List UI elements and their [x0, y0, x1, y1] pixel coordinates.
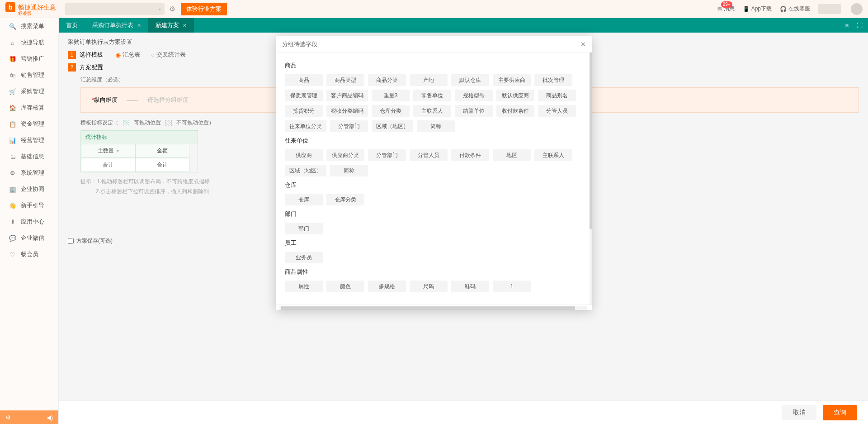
chip-0-1[interactable]: 商品类型 [326, 74, 364, 86]
chip-0-4[interactable]: 默认仓库 [451, 74, 489, 86]
chip-1-3[interactable]: 分管人员 [410, 149, 448, 161]
chip-0-10[interactable]: 零售单位 [413, 90, 451, 101]
chip-0-24[interactable]: 简称 [417, 120, 455, 132]
chip-group-3: 部门 [285, 223, 583, 234]
chip-0-2[interactable]: 商品分类 [368, 74, 406, 86]
chip-group-2: 仓库仓库分类 [285, 194, 583, 205]
chip-0-12[interactable]: 默认供应商 [496, 90, 534, 101]
chip-0-20[interactable]: 分管人员 [538, 105, 576, 117]
chip-1-4[interactable]: 付款条件 [451, 149, 489, 161]
chip-1-7[interactable]: 区域（地区） [285, 165, 326, 176]
chip-group-1: 供应商供应商分类分管部门分管人员付款条件地区主联系人区域（地区）简称 [285, 149, 583, 176]
chip-0-21[interactable]: 往来单位分类 [285, 120, 326, 132]
chip-0-13[interactable]: 商品别名 [538, 90, 576, 101]
chip-5-2[interactable]: 多规格 [368, 281, 406, 292]
chip-0-9[interactable]: 重量3 [372, 90, 410, 101]
modal-footer [276, 305, 592, 310]
group-title-3: 部门 [285, 210, 583, 218]
chip-0-7[interactable]: 保质期管理 [285, 90, 323, 101]
chip-1-5[interactable]: 地区 [493, 149, 531, 161]
modal-title: 分组待选字段 [282, 40, 317, 48]
chip-1-1[interactable]: 供应商分类 [326, 149, 364, 161]
chip-0-16[interactable]: 仓库分类 [372, 105, 410, 117]
chip-group-5: 属性颜色多规格尺码鞋码1 [285, 281, 583, 292]
group-title-2: 仓库 [285, 181, 583, 189]
chip-0-19[interactable]: 收付款条件 [496, 105, 534, 117]
chip-0-17[interactable]: 主联系人 [413, 105, 451, 117]
modal-header: 分组待选字段 ✕ [276, 36, 592, 52]
chip-1-2[interactable]: 分管部门 [368, 149, 406, 161]
chip-0-14[interactable]: 拣货积分 [285, 105, 323, 117]
chip-0-15[interactable]: 税收分类编码 [326, 105, 368, 117]
horizontal-scrollbar-thumb[interactable] [281, 306, 575, 310]
chip-5-4[interactable]: 鞋码 [451, 281, 489, 292]
chip-0-0[interactable]: 商品 [285, 74, 323, 86]
modal-body: 商品商品商品类型商品分类产地默认仓库主要供应商批次管理保质期管理客户商品编码重量… [276, 52, 592, 305]
chip-0-5[interactable]: 主要供应商 [493, 74, 531, 86]
chip-5-3[interactable]: 尺码 [410, 281, 448, 292]
group-title-5: 商品属性 [285, 268, 583, 276]
chip-group-4: 业务员 [285, 252, 583, 263]
chip-2-0[interactable]: 仓库 [285, 194, 323, 205]
chip-0-11[interactable]: 规格型号 [455, 90, 493, 101]
group-title-1: 往来单位 [285, 137, 583, 145]
chip-2-1[interactable]: 仓库分类 [326, 194, 364, 205]
chip-0-22[interactable]: 分管部门 [330, 120, 368, 132]
chip-group-0: 商品商品类型商品分类产地默认仓库主要供应商批次管理保质期管理客户商品编码重量3零… [285, 74, 583, 132]
chip-4-0[interactable]: 业务员 [285, 252, 323, 263]
chip-0-8[interactable]: 客户商品编码 [326, 90, 368, 101]
chip-0-23[interactable]: 区域（地区） [372, 120, 413, 132]
chip-5-0[interactable]: 属性 [285, 281, 323, 292]
chip-1-0[interactable]: 供应商 [285, 149, 323, 161]
chip-0-18[interactable]: 结算单位 [455, 105, 493, 117]
chip-5-5[interactable]: 1 [493, 281, 531, 292]
chip-3-0[interactable]: 部门 [285, 223, 323, 234]
chip-0-3[interactable]: 产地 [410, 74, 448, 86]
chip-1-6[interactable]: 主联系人 [534, 149, 572, 161]
chip-5-1[interactable]: 颜色 [326, 281, 364, 292]
vertical-scrollbar[interactable] [590, 52, 592, 305]
field-modal: 分组待选字段 ✕ 商品商品商品类型商品分类产地默认仓库主要供应商批次管理保质期管… [276, 36, 592, 310]
group-title-4: 员工 [285, 239, 583, 247]
chip-0-6[interactable]: 批次管理 [534, 74, 572, 86]
chip-1-8[interactable]: 简称 [330, 165, 368, 176]
group-title-0: 商品 [285, 62, 583, 70]
close-icon[interactable]: ✕ [580, 41, 586, 48]
